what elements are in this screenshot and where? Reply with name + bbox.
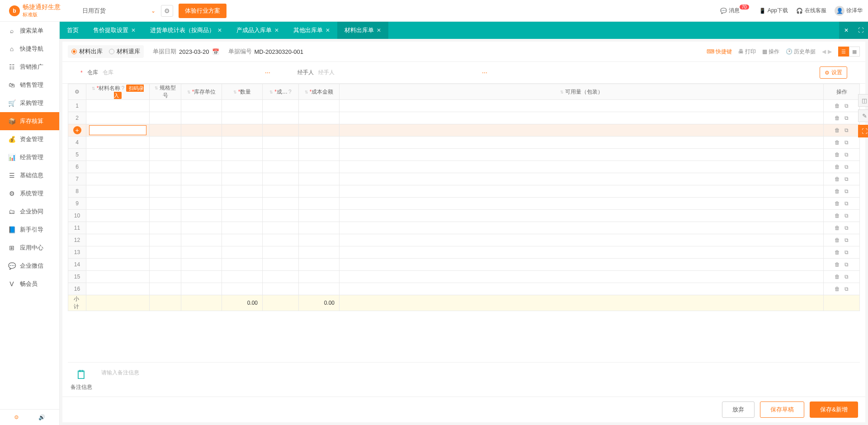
close-icon[interactable]: ✕ [217,27,222,33]
settings-icon[interactable]: ⚙ [14,414,19,420]
tab-close-all-button[interactable]: ✕ [839,22,854,39]
cell-avail[interactable] [340,259,824,271]
cell-unit[interactable] [181,246,222,259]
cell-spec[interactable] [150,210,181,222]
cell-spec[interactable] [150,246,181,259]
cell-qty[interactable] [222,149,263,161]
table-row[interactable]: 13 🗑 ⧉ [68,246,860,259]
cta-button[interactable]: 体验行业方案 [179,4,226,18]
category-settings-button[interactable]: ⚙ [161,5,173,17]
category-dropdown[interactable]: 日用百货 ⌄ [82,7,156,15]
cell-amount[interactable] [299,149,340,161]
cell-material[interactable] [86,222,150,234]
cell-qty[interactable] [222,185,263,198]
cell-qty[interactable] [222,198,263,210]
cell-spec[interactable] [150,149,181,161]
cell-cost[interactable] [263,112,299,124]
copy-icon[interactable]: ⧉ [844,249,849,255]
collapse-icon[interactable]: 🔊 [38,414,45,420]
cell-unit[interactable] [181,173,222,185]
cell-cost[interactable] [263,137,299,149]
cell-cost[interactable] [263,283,299,295]
cell-avail[interactable] [340,234,824,246]
cell-unit[interactable] [181,198,222,210]
table-row[interactable]: 4 🗑 ⧉ [68,137,860,149]
copy-icon[interactable]: ⧉ [844,286,849,292]
cell-material[interactable] [86,100,150,112]
cell-qty[interactable] [222,222,263,234]
cell-amount[interactable] [299,283,340,295]
delete-icon[interactable]: 🗑 [835,225,840,231]
tab-1[interactable]: 售价提取设置✕ [86,22,143,39]
cell-qty[interactable] [222,100,263,112]
save-new-button[interactable]: 保存&新增 [810,401,858,418]
cell-avail[interactable] [340,198,824,210]
rail-item-2[interactable]: ✎ [858,109,868,122]
table-row[interactable]: 11 🗑 ⧉ [68,222,860,234]
next-icon[interactable]: ▶ [828,48,832,55]
column-settings-button[interactable]: ⚙ 设置 [820,66,847,79]
cell-amount[interactable] [299,210,340,222]
cell-qty[interactable] [222,246,263,259]
material-cell-input[interactable] [89,125,146,135]
cell-unit[interactable] [181,161,222,173]
table-row[interactable]: 9 🗑 ⧉ [68,198,860,210]
col-material[interactable]: ⇅*材料名称?扫码录入 [86,84,150,100]
close-icon[interactable]: ✕ [326,27,330,33]
cell-amount[interactable] [299,222,340,234]
copy-icon[interactable]: ⧉ [844,225,849,231]
delete-icon[interactable]: 🗑 [835,249,840,255]
cell-cost[interactable] [263,100,299,112]
table-row[interactable]: 16 🗑 ⧉ [68,283,860,295]
close-icon[interactable]: ✕ [131,27,136,33]
table-row[interactable]: 7 🗑 ⧉ [68,173,860,185]
sidebar-item-11[interactable]: 📘新手引导 [0,221,59,239]
handler-input[interactable] [317,67,462,78]
cell-material[interactable] [86,246,150,259]
radio-material-out[interactable]: 材料出库 [71,47,103,56]
user-menu[interactable]: 👤 徐泽华 [835,6,863,16]
copy-icon[interactable]: ⧉ [844,127,849,133]
table-row[interactable]: 14 🗑 ⧉ [68,259,860,271]
discard-button[interactable]: 放弃 [722,401,755,418]
cell-amount[interactable] [299,161,340,173]
more-icon[interactable]: ⋯ [482,70,487,76]
cell-amount[interactable] [299,173,340,185]
col-cost[interactable]: ⇅*成…? [263,84,299,100]
col-spec[interactable]: ⇅规格型号 [150,84,181,100]
close-icon[interactable]: ✕ [274,27,279,33]
cell-amount[interactable] [299,185,340,198]
cell-avail[interactable] [340,100,824,112]
cell-amount[interactable] [299,100,340,112]
cell-avail[interactable] [340,149,824,161]
col-gear[interactable]: ⚙ [68,84,86,100]
support-button[interactable]: 🎧 在线客服 [796,7,826,14]
cell-cost[interactable] [263,222,299,234]
sidebar-item-12[interactable]: ⊞应用中心 [0,239,59,257]
sidebar-item-0[interactable]: ⌕搜索菜单 [0,22,59,40]
cell-avail[interactable] [340,185,824,198]
table-row[interactable]: 10 🗑 ⧉ [68,210,860,222]
cell-material[interactable] [86,112,150,124]
delete-icon[interactable]: 🗑 [835,274,840,280]
cell-avail[interactable] [340,222,824,234]
delete-icon[interactable]: 🗑 [835,237,840,243]
view-card-button[interactable]: ▦ [849,47,860,57]
table-row[interactable]: + 🗑 ⧉ [68,124,860,137]
cell-unit[interactable] [181,100,222,112]
copy-icon[interactable]: ⧉ [844,151,849,158]
cell-avail[interactable] [340,210,824,222]
cell-cost[interactable] [263,246,299,259]
table-row[interactable]: 12 🗑 ⧉ [68,234,860,246]
cell-avail[interactable] [340,283,824,295]
cell-avail[interactable] [340,173,824,185]
copy-icon[interactable]: ⧉ [844,237,849,243]
tab-expand-button[interactable]: ⛶ [854,22,868,39]
cell-material[interactable] [86,161,150,173]
cell-cost[interactable] [263,210,299,222]
cell-material[interactable] [86,149,150,161]
rail-item-1[interactable]: ◫ [858,94,868,107]
cell-spec[interactable] [150,222,181,234]
cell-spec[interactable] [150,137,181,149]
cell-material[interactable] [86,283,150,295]
